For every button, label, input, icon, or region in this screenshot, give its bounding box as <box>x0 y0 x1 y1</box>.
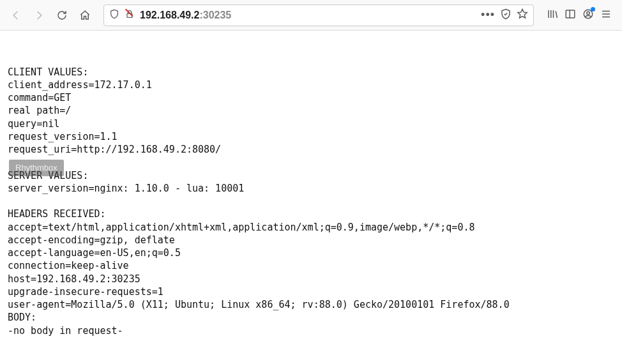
url-bar[interactable]: 192.168.49.2:30235 ••• <box>103 4 534 26</box>
page-actions-icon[interactable]: ••• <box>481 8 495 22</box>
sidebar-icon[interactable] <box>565 8 576 22</box>
url-actions: ••• <box>481 8 528 22</box>
svg-rect-0 <box>127 13 132 17</box>
url-text: 192.168.49.2:30235 <box>140 10 476 21</box>
forward-button[interactable] <box>29 6 49 25</box>
account-icon[interactable] <box>582 8 594 22</box>
library-icon[interactable] <box>547 8 558 22</box>
svg-point-3 <box>587 11 590 15</box>
home-button[interactable] <box>75 6 95 25</box>
reader-shield-icon[interactable] <box>500 8 512 22</box>
toolbar-right <box>543 8 616 22</box>
page-content: CLIENT VALUES: client_address=172.17.0.1… <box>0 31 622 364</box>
permissions-icon[interactable] <box>125 9 135 22</box>
tracking-shield-icon[interactable] <box>109 9 119 22</box>
url-port: :30235 <box>199 10 231 20</box>
url-host: 192.168.49.2 <box>140 10 199 20</box>
bookmark-star-icon[interactable] <box>517 8 528 22</box>
response-text: CLIENT VALUES: client_address=172.17.0.1… <box>8 66 614 337</box>
reload-button[interactable] <box>52 6 72 25</box>
menu-icon[interactable] <box>600 8 612 22</box>
browser-toolbar: 192.168.49.2:30235 ••• <box>0 0 622 31</box>
back-button[interactable] <box>6 6 26 25</box>
